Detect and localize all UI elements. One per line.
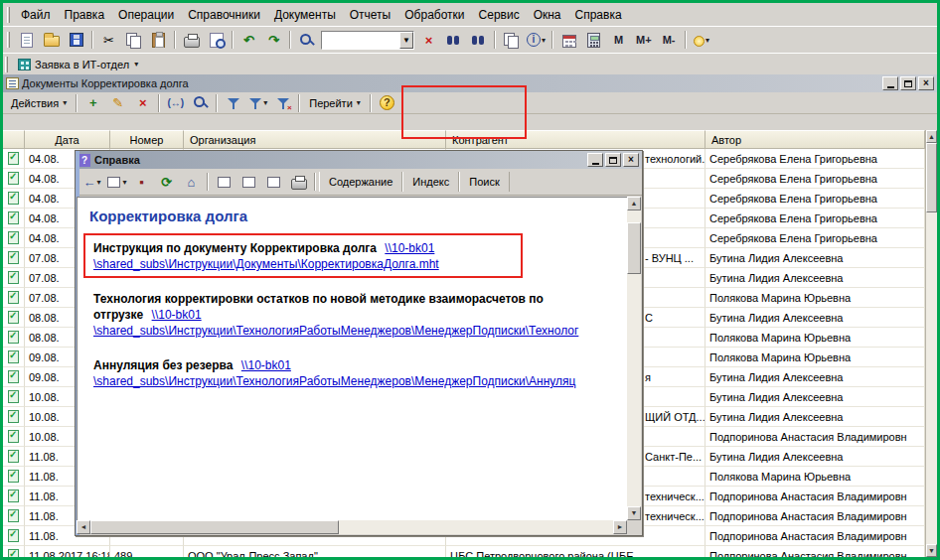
filter-settings-button[interactable] xyxy=(222,92,244,114)
clear-filter-button[interactable]: × xyxy=(271,92,294,114)
cell-author: Бутина Лидия Алексеевна xyxy=(705,248,925,268)
pane-2-button[interactable] xyxy=(237,171,260,193)
pane-3-button[interactable] xyxy=(262,171,285,193)
menu-file[interactable]: Файл xyxy=(14,5,58,25)
interval-icon: (↔) xyxy=(167,98,184,108)
stop-button[interactable]: ▪ xyxy=(130,171,153,193)
table-row-last[interactable]: 11.08.2017 16:18: 489 ООО "Урал-Пресс За… xyxy=(3,546,925,557)
column-header-date[interactable]: Дата xyxy=(25,130,110,149)
filter-button[interactable]: ▾ xyxy=(246,92,269,114)
copy-button[interactable] xyxy=(122,29,145,51)
scroll-thumb[interactable] xyxy=(90,520,339,534)
back-button[interactable]: ←▾ xyxy=(80,171,103,193)
scroll-down-icon[interactable]: ▼ xyxy=(926,544,937,557)
goto-button[interactable]: Перейти▾ xyxy=(303,95,367,111)
calendar-button[interactable] xyxy=(557,29,580,51)
save-button[interactable] xyxy=(65,29,87,51)
add-button[interactable]: + xyxy=(81,92,104,114)
entry-path-link[interactable]: \shared_subs\Инструкции\ТехнологияРаботы… xyxy=(93,323,580,339)
undo-button[interactable]: ↶ xyxy=(237,29,260,51)
paste-button[interactable] xyxy=(147,29,170,51)
clear-search-button[interactable]: × xyxy=(417,29,440,51)
column-header-author[interactable]: Автор xyxy=(705,130,925,149)
entry-server-link[interactable]: \\10-bk01 xyxy=(152,308,202,322)
document-list-icon xyxy=(6,77,19,89)
home-button[interactable]: ⌂ xyxy=(180,171,203,193)
menu-service[interactable]: Сервис xyxy=(472,5,527,25)
memory-plus-button[interactable]: М+ xyxy=(632,29,656,51)
menubar-grip[interactable] xyxy=(7,7,10,23)
print-preview-button[interactable] xyxy=(205,29,228,51)
edit-button[interactable]: ✎ xyxy=(106,92,129,114)
calculator-button[interactable] xyxy=(582,29,605,51)
scroll-left-icon[interactable]: ◄ xyxy=(77,520,90,534)
list-search-button[interactable] xyxy=(189,92,212,114)
table-scrollbar[interactable]: ▲ ▼ xyxy=(925,130,937,557)
help-titlebar: Справка × xyxy=(76,151,642,169)
main-toolbar-grip[interactable] xyxy=(7,32,10,48)
scroll-track[interactable] xyxy=(339,520,613,534)
info-button[interactable]: ▾ xyxy=(525,29,548,51)
duplicate-button[interactable] xyxy=(500,29,523,51)
find-next-button[interactable] xyxy=(442,29,465,51)
cell-author: Серебрякова Елена Григорьевна xyxy=(705,169,925,189)
help-print-button[interactable] xyxy=(287,171,310,193)
refresh-button[interactable]: ⟳ xyxy=(155,171,178,193)
scroll-up-icon[interactable]: ▲ xyxy=(627,197,641,210)
menu-processing[interactable]: Обработки xyxy=(397,5,471,25)
help-horizontal-scrollbar[interactable]: ◄ ► xyxy=(77,520,627,534)
column-header-icon[interactable] xyxy=(3,130,25,149)
it-request-button[interactable]: Заявка в ИТ-отдел ▾ xyxy=(12,57,144,72)
memory-minus-button[interactable]: М- xyxy=(658,29,681,51)
cell-author: Полякова Марина Юрьевна xyxy=(705,348,925,367)
print-button[interactable] xyxy=(180,29,203,51)
search-combo-dropdown[interactable]: ▼ xyxy=(399,32,413,49)
it-toolbar-grip[interactable] xyxy=(5,57,8,72)
find-prev-button[interactable] xyxy=(467,29,490,51)
column-header-number[interactable]: Номер xyxy=(110,130,184,149)
doc-restore-button[interactable] xyxy=(900,76,916,90)
tab-contents[interactable]: Содержание xyxy=(319,172,402,192)
document-icon xyxy=(3,546,25,557)
delete-button[interactable]: × xyxy=(131,92,154,114)
menu-operations[interactable]: Операции xyxy=(111,5,181,25)
help-maximize-button[interactable] xyxy=(605,153,621,167)
set-interval-button[interactable]: (↔) xyxy=(164,92,187,114)
posted-document-icon xyxy=(8,311,19,324)
menu-edit[interactable]: Правка xyxy=(58,5,112,25)
scroll-track[interactable] xyxy=(926,212,937,544)
actions-button[interactable]: Действия▾ xyxy=(5,95,73,111)
scroll-thumb[interactable] xyxy=(926,143,937,212)
scroll-right-icon[interactable]: ► xyxy=(613,520,627,534)
tips-button[interactable]: ▾ xyxy=(691,29,713,51)
redo-button[interactable]: ↷ xyxy=(262,29,285,51)
search-button[interactable] xyxy=(295,29,318,51)
view-options-button[interactable]: ▾ xyxy=(105,171,128,193)
help-minimize-button[interactable] xyxy=(587,153,603,167)
new-document-button[interactable] xyxy=(15,29,38,51)
tab-search[interactable]: Поиск xyxy=(459,172,509,192)
help-close-button[interactable]: × xyxy=(623,153,639,167)
menu-documents[interactable]: Документы xyxy=(267,5,343,25)
document-icon xyxy=(3,467,25,487)
menu-help[interactable]: Справка xyxy=(568,5,629,25)
help-button[interactable]: ? xyxy=(376,92,398,114)
cut-button[interactable]: ✂ xyxy=(97,29,120,51)
tab-index[interactable]: Индекс xyxy=(402,172,459,192)
doc-minimize-button[interactable] xyxy=(882,76,898,90)
doc-close-button[interactable]: × xyxy=(918,76,934,90)
scroll-track[interactable] xyxy=(627,274,641,506)
pane-1-button[interactable] xyxy=(213,171,235,193)
memory-button[interactable]: М xyxy=(607,29,630,51)
menu-reports[interactable]: Отчеты xyxy=(343,5,397,25)
search-input[interactable] xyxy=(322,33,399,48)
menu-windows[interactable]: Окна xyxy=(527,5,568,25)
open-button[interactable] xyxy=(40,29,63,51)
scroll-down-icon[interactable]: ▼ xyxy=(627,506,641,520)
scroll-up-icon[interactable]: ▲ xyxy=(926,130,937,143)
menu-references[interactable]: Справочники xyxy=(181,5,267,25)
help-vertical-scrollbar[interactable]: ▲ ▼ xyxy=(627,197,641,520)
entry-path-link[interactable]: \shared_subs\Инструкции\ТехнологияРаботы… xyxy=(93,373,580,389)
scroll-thumb[interactable] xyxy=(627,222,641,274)
entry-server-link[interactable]: \\10-bk01 xyxy=(241,358,291,372)
